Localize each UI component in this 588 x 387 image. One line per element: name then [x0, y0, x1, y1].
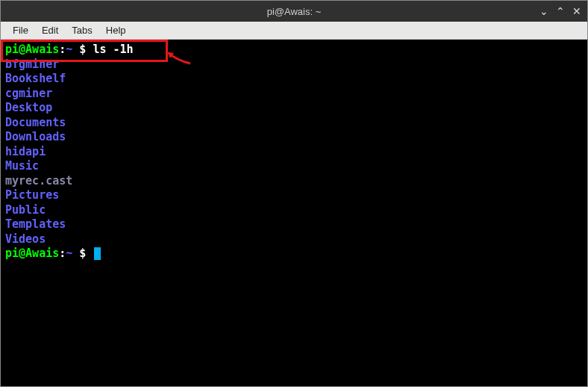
output-line: Templates — [5, 217, 583, 232]
output-line: Videos — [5, 232, 583, 247]
output-entry: hidapi — [5, 145, 46, 158]
output-entry: Templates — [5, 217, 66, 231]
output-listing: bfgminerBookshelfcgminerDesktopDocuments… — [5, 58, 583, 247]
output-entry: bfgminer — [5, 58, 59, 71]
output-line: Downloads — [5, 130, 583, 145]
terminal-cursor — [94, 247, 101, 260]
prompt-dollar: $ — [72, 43, 93, 56]
window-controls: ⌄ ⌃ ✕ — [539, 6, 581, 16]
prompt-colon: : — [59, 43, 66, 56]
output-entry: Public — [5, 203, 46, 217]
output-entry: Bookshelf — [5, 72, 66, 85]
output-entry: Videos — [5, 232, 46, 246]
close-button[interactable]: ✕ — [572, 6, 581, 16]
menu-help[interactable]: Help — [100, 23, 132, 37]
prompt-line-1: pi@Awais:~ $ ls -1h — [5, 43, 583, 58]
output-entry: Desktop — [5, 101, 52, 114]
output-line: Bookshelf — [5, 72, 583, 87]
terminal-window: pi@Awais: ~ ⌄ ⌃ ✕ File Edit Tabs Help pi… — [0, 0, 588, 387]
prompt-dollar: $ — [72, 247, 93, 260]
output-line: Public — [5, 203, 583, 218]
menu-file[interactable]: File — [7, 23, 34, 37]
command-text: ls -1h — [93, 43, 133, 56]
prompt-user-host: pi@Awais — [5, 247, 59, 260]
maximize-button[interactable]: ⌃ — [556, 6, 565, 16]
output-entry: Pictures — [5, 188, 59, 202]
menu-edit[interactable]: Edit — [36, 23, 64, 37]
prompt-path: ~ — [66, 43, 72, 56]
output-entry: Downloads — [5, 130, 66, 143]
menubar: File Edit Tabs Help — [1, 22, 587, 40]
output-line: myrec.cast — [5, 174, 583, 189]
titlebar[interactable]: pi@Awais: ~ ⌄ ⌃ ✕ — [1, 1, 587, 22]
output-line: Documents — [5, 116, 583, 131]
output-entry: Music — [5, 159, 39, 173]
output-line: bfgminer — [5, 58, 583, 72]
output-line: Music — [5, 159, 583, 174]
prompt-user-host: pi@Awais — [5, 43, 59, 56]
output-line: cgminer — [5, 87, 583, 102]
window-title: pi@Awais: ~ — [267, 6, 322, 17]
menu-tabs[interactable]: Tabs — [66, 23, 98, 37]
prompt-path: ~ — [66, 247, 72, 260]
output-line: Pictures — [5, 188, 583, 203]
output-entry: cgminer — [5, 87, 52, 100]
output-entry: Documents — [5, 116, 66, 129]
terminal-area[interactable]: pi@Awais:~ $ ls -1h bfgminerBookshelfcgm… — [1, 40, 587, 386]
output-entry: myrec.cast — [5, 174, 72, 188]
prompt-colon: : — [59, 247, 66, 260]
output-line: hidapi — [5, 145, 583, 160]
prompt-line-2: pi@Awais:~ $ — [5, 247, 583, 261]
minimize-button[interactable]: ⌄ — [539, 6, 548, 16]
output-line: Desktop — [5, 101, 583, 116]
